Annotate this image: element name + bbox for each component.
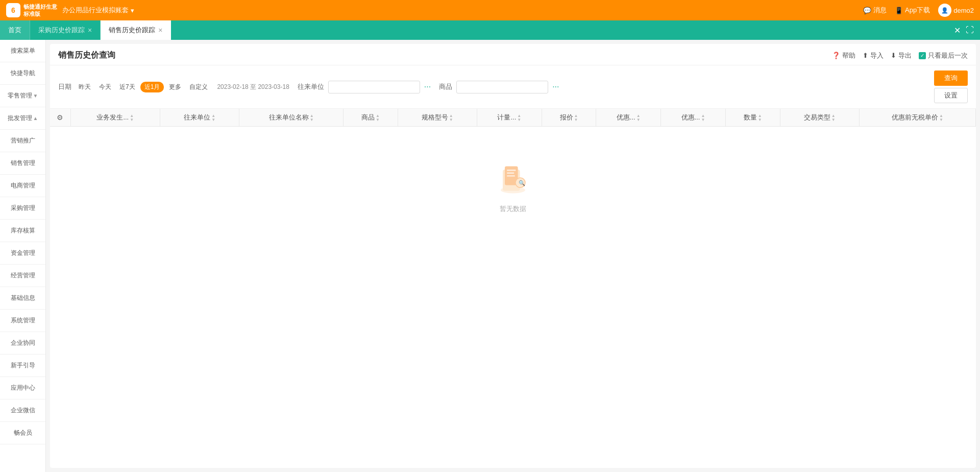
main-layout: 搜索菜单 快捷导航 零售管理 ▼ 批发管理 ▲ 营销推广 销售管理 电商管理 采…: [0, 40, 980, 472]
partner-input[interactable]: [328, 81, 420, 93]
sidebar-item-purchase[interactable]: 采购管理: [0, 197, 45, 220]
close-tab-purchase[interactable]: ×: [88, 27, 92, 34]
sidebar-item-ecom[interactable]: 电商管理: [0, 175, 45, 197]
sort-icon: ▲▼: [758, 114, 762, 122]
sidebar-item-operations[interactable]: 经营管理: [0, 265, 45, 287]
sidebar-item-inventory[interactable]: 库存核算: [0, 220, 45, 242]
date-btn-today[interactable]: 今天: [96, 82, 114, 92]
sidebar-item-finance[interactable]: 资金管理: [0, 242, 45, 265]
sort-icon: ▲▼: [636, 114, 641, 122]
sidebar-item-retail[interactable]: 零售管理 ▼: [0, 85, 45, 107]
empty-state: 🔍 暂无数据: [50, 127, 976, 244]
chevron-down-icon: ▼: [33, 92, 38, 100]
svg-text:🔍: 🔍: [519, 180, 525, 186]
date-filter-group: 日期 昨天 今天 近7天 近1月 更多 自定义 2023-02-18 至 202…: [58, 82, 289, 92]
date-label: 日期: [58, 82, 71, 91]
tab-purchase-history[interactable]: 采购历史价跟踪 ×: [30, 20, 101, 40]
sort-icon: ▲▼: [939, 114, 943, 122]
date-btn-1month[interactable]: 近1月: [140, 82, 164, 92]
tab-bar-right: ✕ ⛶: [948, 20, 980, 40]
logo-icon: 6: [6, 3, 20, 17]
col-partner-name[interactable]: 往来单位名称▲▼: [239, 109, 344, 127]
sort-icon: ▲▼: [574, 114, 578, 122]
sidebar-item-wholesale[interactable]: 批发管理 ▲: [0, 107, 45, 130]
table-container: ⚙ 业务发生...▲▼ 往来单位▲▼ 往来单位名称▲▼: [50, 109, 976, 468]
sidebar-item-newbie[interactable]: 新手引导: [0, 355, 45, 377]
svg-rect-4: [507, 173, 514, 174]
sidebar-item-enterprise[interactable]: 企业协同: [0, 332, 45, 355]
col-partner-code[interactable]: 往来单位▲▼: [160, 109, 239, 127]
col-spec[interactable]: 规格型号▲▼: [398, 109, 477, 127]
sidebar-item-sales[interactable]: 销售管理: [0, 152, 45, 175]
sidebar-item-marketing[interactable]: 营销推广: [0, 130, 45, 152]
sidebar-item-search[interactable]: 搜索菜单: [0, 40, 45, 62]
import-icon: ⬆: [863, 52, 868, 59]
product-dots[interactable]: ···: [552, 82, 559, 91]
tab-sales-history[interactable]: 销售历史价跟踪 ×: [101, 20, 171, 40]
workspace-area: 办公用品行业模拟账套 ▾: [62, 6, 858, 15]
close-all-tabs-button[interactable]: ✕: [954, 26, 961, 35]
app-download-button[interactable]: 📱 App下载: [895, 6, 930, 15]
message-button[interactable]: 💬 消息: [863, 6, 887, 15]
settings-icon[interactable]: ⚙: [57, 113, 63, 122]
only-last-checkbox[interactable]: ✓ 只看最后一次: [919, 51, 968, 60]
export-button[interactable]: ⬇ 导出: [891, 51, 912, 60]
close-tab-sales[interactable]: ×: [158, 27, 162, 34]
page-header: 销售历史价查询 ❓ 帮助 ⬆ 导入 ⬇ 导出 ✓: [50, 44, 976, 65]
partner-label: 往来单位: [298, 82, 324, 91]
sort-icon: ▲▼: [310, 114, 314, 122]
product-input[interactable]: [456, 81, 548, 93]
col-discount1[interactable]: 优惠...▲▼: [596, 109, 661, 127]
tab-home[interactable]: 首页: [0, 20, 30, 40]
col-biz-date[interactable]: 业务发生...▲▼: [70, 109, 160, 127]
sort-icon: ▲▼: [831, 114, 836, 122]
chevron-up-icon: ▲: [33, 115, 38, 122]
header-right: 💬 消息 📱 App下载 👤 demo2: [863, 4, 974, 17]
avatar: 👤: [938, 4, 951, 17]
sidebar-item-membership[interactable]: 畅会员: [0, 422, 45, 444]
fullscreen-button[interactable]: ⛶: [966, 26, 974, 35]
sort-icon: ▲▼: [449, 114, 453, 122]
col-settings: ⚙: [50, 109, 70, 127]
date-shortcuts: 昨天 今天 近7天 近1月 更多 自定义: [76, 82, 211, 92]
query-button[interactable]: 查询: [934, 70, 968, 86]
workspace-selector[interactable]: 办公用品行业模拟账套 ▾: [62, 6, 134, 15]
empty-icon: 🔍: [493, 157, 533, 198]
empty-text: 暂无数据: [500, 204, 526, 214]
col-discount2[interactable]: 优惠...▲▼: [661, 109, 726, 127]
import-button[interactable]: ⬆ 导入: [863, 51, 884, 60]
message-icon: 💬: [863, 7, 871, 14]
col-trade-type[interactable]: 交易类型▲▼: [780, 109, 859, 127]
page-header-actions: ❓ 帮助 ⬆ 导入 ⬇ 导出 ✓ 只看最后一次: [832, 51, 968, 60]
date-btn-7days[interactable]: 近7天: [116, 82, 138, 92]
settings-button[interactable]: 设置: [934, 88, 968, 103]
date-btn-more[interactable]: 更多: [166, 82, 184, 92]
col-pretax-price[interactable]: 优惠前无税单价▲▼: [859, 109, 975, 127]
svg-rect-3: [507, 170, 516, 171]
col-unit[interactable]: 计量...▲▼: [477, 109, 542, 127]
col-product[interactable]: 商品▲▼: [344, 109, 398, 127]
sort-icon: ▲▼: [130, 114, 134, 122]
sidebar-item-basic-info[interactable]: 基础信息: [0, 287, 45, 310]
table-header-row: ⚙ 业务发生...▲▼ 往来单位▲▼ 往来单位名称▲▼: [50, 109, 976, 127]
date-range-display: 2023-02-18 至 2023-03-18: [217, 83, 289, 91]
date-btn-yesterday[interactable]: 昨天: [76, 82, 94, 92]
checkbox-icon: ✓: [919, 52, 926, 59]
page-content: 销售历史价查询 ❓ 帮助 ⬆ 导入 ⬇ 导出 ✓: [50, 44, 976, 468]
sidebar-item-quick-nav[interactable]: 快捷导航: [0, 62, 45, 85]
chevron-down-icon: ▾: [131, 7, 134, 14]
sidebar-item-system[interactable]: 系统管理: [0, 310, 45, 332]
content-area: 销售历史价查询 ❓ 帮助 ⬆ 导入 ⬇ 导出 ✓: [46, 40, 980, 472]
product-label: 商品: [439, 82, 452, 91]
user-profile[interactable]: 👤 demo2: [938, 4, 974, 17]
partner-dots[interactable]: ···: [424, 82, 431, 91]
sidebar-item-app-center[interactable]: 应用中心: [0, 377, 45, 399]
filter-row: 日期 昨天 今天 近7天 近1月 更多 自定义 2023-02-18 至 202…: [50, 65, 976, 109]
sort-icon: ▲▼: [517, 114, 521, 122]
date-btn-custom[interactable]: 自定义: [186, 82, 211, 92]
col-quantity[interactable]: 数量▲▼: [725, 109, 780, 127]
help-button[interactable]: ❓ 帮助: [832, 51, 855, 60]
sidebar-item-wechat[interactable]: 企业微信: [0, 399, 45, 422]
sidebar: 搜索菜单 快捷导航 零售管理 ▼ 批发管理 ▲ 营销推广 销售管理 电商管理 采…: [0, 40, 46, 472]
col-quoted-price[interactable]: 报价▲▼: [542, 109, 596, 127]
